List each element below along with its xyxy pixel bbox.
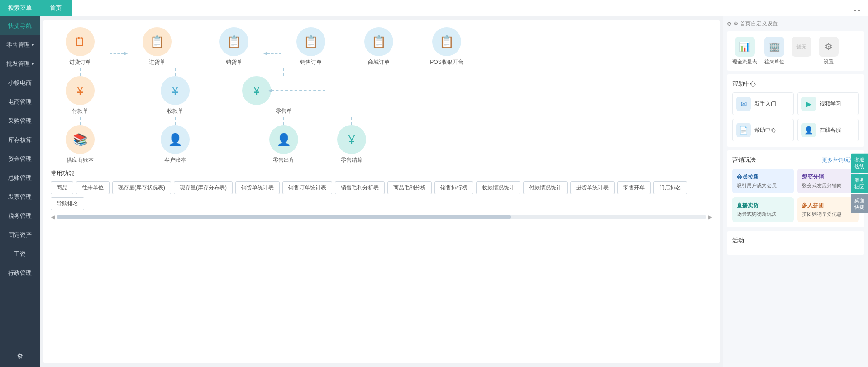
func-btn-sales-order-stat[interactable]: 销售订单统计表 xyxy=(282,181,332,194)
sidebar-settings-button[interactable]: ⚙ xyxy=(0,346,40,367)
quick-icon-settings[interactable]: ⚙ 设置 xyxy=(819,37,839,65)
sidebar-item-ledger[interactable]: 总账管理 xyxy=(0,169,40,188)
sidebar-item-inventory[interactable]: 库存核算 xyxy=(0,130,40,150)
func-btn-purchase-stat[interactable]: 进货单统计表 xyxy=(570,181,615,194)
search-menu[interactable]: 搜索菜单 xyxy=(0,0,40,16)
quick-icon-empty[interactable]: 暂无 xyxy=(792,37,811,65)
customize-button[interactable]: ⚙ ⚙ 首页自定义设置 xyxy=(727,20,864,28)
side-buttons: 客服 热线 服务 社区 桌面 快捷 xyxy=(851,154,868,213)
chevron-down-icon: ▾ xyxy=(32,43,34,48)
help-item-video[interactable]: ▶ 视频学习 xyxy=(797,92,859,115)
sidebar-item-salary[interactable]: 工资 xyxy=(0,245,40,264)
help-item-service[interactable]: 👤 在线客服 xyxy=(797,119,859,141)
purchase-order-icon: 🗒 xyxy=(66,27,95,56)
mkt-live-title: 直播卖货 xyxy=(737,202,789,209)
activity-header: 活动 xyxy=(732,237,859,245)
scroll-track[interactable] xyxy=(57,215,706,219)
flow-node-purchase[interactable]: 📋 进货单 xyxy=(128,27,186,66)
flow-node-sales-order[interactable]: 📋 销售订单 xyxy=(281,27,340,66)
purchase-icon: 📋 xyxy=(143,27,172,56)
sidebar-item-label: 固定资产 xyxy=(8,231,32,239)
func-btn-guide-rank[interactable]: 导购排名 xyxy=(51,197,84,210)
marketing-header: 营销玩法 更多营销玩法 > xyxy=(732,156,859,164)
sidebar-item-label: 行政管理 xyxy=(8,269,32,277)
func-btn-goods-profit[interactable]: 商品毛利分析 xyxy=(387,181,432,194)
flow-node-mall-order[interactable]: 📋 商城订单 xyxy=(349,27,408,66)
main-panel: 🗒 进货订单 ▶ 📋 进货单 xyxy=(40,16,723,367)
help-item-beginner[interactable]: ✉ 新手入门 xyxy=(732,92,794,115)
sales-icon: 📋 xyxy=(219,27,248,56)
flow-node-pos[interactable]: 📋 POS收银开台 xyxy=(417,27,476,66)
mkt-item-member[interactable]: 会员拉新 吸引用户成为会员 xyxy=(732,169,794,193)
service-icon: 👤 xyxy=(801,123,816,137)
sidebar-item-label: 采购管理 xyxy=(8,117,32,125)
mkt-fission-desc: 裂变式发展分销商 xyxy=(802,182,854,189)
flow-node-purchase-order[interactable]: 🗒 进货订单 xyxy=(51,27,110,66)
scroll-right-arrow[interactable]: ▶ xyxy=(708,214,712,220)
sales-order-icon: 📋 xyxy=(296,27,325,56)
sidebar-item-ecommerce[interactable]: 小畅电商 xyxy=(0,73,40,92)
mkt-item-fission[interactable]: 裂变分销 裂变式发展分销商 xyxy=(797,169,859,193)
cashflow-label: 现金流量表 xyxy=(732,58,757,65)
quick-icons: 📊 现金流量表 🏢 往来单位 暂无 ⚙ 设置 xyxy=(732,37,859,65)
mkt-member-desc: 吸引用户成为会员 xyxy=(737,182,789,189)
help-item-helpcenter[interactable]: 📄 帮助中心 xyxy=(732,119,794,141)
mkt-item-live[interactable]: 直播卖货 场景式购物新玩法 xyxy=(732,197,794,222)
sidebar-item-label: 零售管理 xyxy=(6,41,30,49)
sidebar-item-quicknav[interactable]: 快捷导航 xyxy=(0,16,40,35)
marketing-title: 营销玩法 xyxy=(732,156,756,164)
func-btn-receipt-stat[interactable]: 收款情况统计 xyxy=(476,181,520,194)
activity-title: 活动 xyxy=(732,237,744,245)
right-panel: ⚙ ⚙ 首页自定义设置 📊 现金流量表 🏢 往来单位 暂无 xyxy=(723,16,868,367)
sidebar-item-admin[interactable]: 行政管理 xyxy=(0,264,40,283)
func-btn-payment-stat[interactable]: 付款情况统计 xyxy=(523,181,568,194)
activity-section: 活动 xyxy=(727,231,864,255)
func-btn-contacts[interactable]: 往来单位 xyxy=(76,181,110,194)
tab-home[interactable]: 首页 xyxy=(40,0,72,16)
func-btn-store-rank[interactable]: 门店排名 xyxy=(653,181,687,194)
scroll-left-arrow[interactable]: ◀ xyxy=(51,214,55,220)
service-label: 在线客服 xyxy=(820,126,841,134)
retail-order-icon: ¥ xyxy=(242,76,271,105)
sidebar-item-label: 税务管理 xyxy=(8,212,32,220)
fullscreen-button[interactable]: ⛶ xyxy=(854,4,861,12)
sidebar-item-assets[interactable]: 固定资产 xyxy=(0,226,40,245)
sidebar-item-label: 工资 xyxy=(14,250,26,258)
func-btn-sales-stat[interactable]: 销货单统计表 xyxy=(235,181,280,194)
side-btn-hotline[interactable]: 客服 热线 xyxy=(851,154,868,173)
mkt-member-title: 会员拉新 xyxy=(737,173,789,181)
func-btn-stock-dist[interactable]: 现存量(库存分布表) xyxy=(174,181,233,194)
settings-label: 设置 xyxy=(824,58,834,65)
sidebar-item-invoice[interactable]: 发票管理 xyxy=(0,188,40,207)
sidebar-item-tax[interactable]: 税务管理 xyxy=(0,207,40,226)
mkt-item-group[interactable]: 多人拼团 拼团购物享受优惠 xyxy=(797,197,859,222)
sidebar-item-ecomm-manage[interactable]: 电商管理 xyxy=(0,92,40,111)
sidebar-item-purchase[interactable]: 采购管理 xyxy=(0,111,40,130)
video-icon: ▶ xyxy=(801,97,816,111)
func-btn-stock-status[interactable]: 现存量(库存状况表) xyxy=(112,181,171,194)
func-btn-sales-rank[interactable]: 销售排行榜 xyxy=(434,181,473,194)
quick-icon-cashflow[interactable]: 📊 现金流量表 xyxy=(732,37,757,65)
side-btn-desktop[interactable]: 桌面 快捷 xyxy=(851,194,868,213)
func-btn-goods[interactable]: 商品 xyxy=(51,181,73,194)
mkt-group-desc: 拼团购物享受优惠 xyxy=(802,211,854,217)
sidebar-item-retail[interactable]: 零售管理 ▾ xyxy=(0,35,40,54)
help-center: 帮助中心 ✉ 新手入门 ▶ 视频学习 📄 帮助中心 xyxy=(727,74,864,147)
func-btn-sales-profit[interactable]: 销售毛利分析表 xyxy=(335,181,385,194)
quick-icon-contacts[interactable]: 🏢 往来单位 xyxy=(764,37,784,65)
customer-book-icon: 👤 xyxy=(161,125,190,154)
mkt-fission-title: 裂变分销 xyxy=(802,173,854,181)
mall-order-icon: 📋 xyxy=(364,27,393,56)
func-btn-retail-order[interactable]: 零售开单 xyxy=(617,181,651,194)
sidebar-item-label: 批发管理 xyxy=(6,60,30,68)
cashflow-icon: 📊 xyxy=(735,37,755,57)
scrollbar: ◀ ▶ xyxy=(51,214,712,220)
sidebar-item-wholesale[interactable]: 批发管理 ▾ xyxy=(0,54,40,73)
sidebar-item-label: 总账管理 xyxy=(8,174,32,182)
flow-node-sales[interactable]: 📋 销货单 xyxy=(205,27,263,66)
side-btn-community[interactable]: 服务 社区 xyxy=(851,174,868,193)
customize-area: ⚙ ⚙ 首页自定义设置 xyxy=(727,20,864,28)
sidebar-item-label: 电商管理 xyxy=(8,98,32,106)
sidebar-item-finance[interactable]: 资金管理 xyxy=(0,150,40,169)
helpcenter-label: 帮助中心 xyxy=(754,126,776,134)
